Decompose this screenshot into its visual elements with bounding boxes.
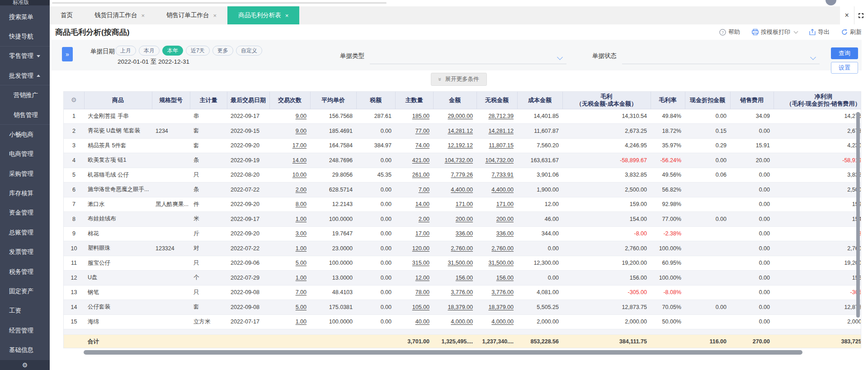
cell-txn_count[interactable]: 10.00 [269, 168, 310, 183]
avatar[interactable] [826, 0, 836, 5]
cell-amount[interactable]: 12,192.12 [433, 138, 476, 153]
cell-qty[interactable]: 120.00 [395, 241, 433, 256]
sidebar-item-9[interactable]: 库存核算 [0, 183, 50, 203]
table-row-11[interactable]: 11服宝公仔只2022-09-065.00100.00000.00315.003… [64, 256, 861, 271]
cell-qty[interactable]: 77.00 [395, 124, 433, 139]
table-row-4[interactable]: 4欧美复古项 链1条2022-09-1914.00248.76960.00421… [64, 153, 861, 168]
cell-untaxed[interactable]: 11,807.15 [476, 138, 517, 153]
cell-untaxed[interactable]: 28,712.39 [476, 109, 517, 124]
date-pill-自定义[interactable]: 自定义 [236, 46, 262, 56]
table-row-8[interactable]: 8布娃娃绒布米2022-09-171.00100.00000.002.00200… [64, 212, 861, 227]
column-settings-gear-icon[interactable]: ⚙ [71, 96, 77, 103]
cell-untaxed[interactable]: 336.00 [476, 226, 517, 241]
table-row-10[interactable]: 10塑料眼珠123324对2022-07-221.0023.00000.0012… [64, 241, 861, 256]
table-row-15[interactable]: 15海绵立方米2022-07-171.00100.00000.0040.004,… [64, 314, 861, 329]
cell-amount[interactable]: 200.00 [433, 212, 476, 227]
cell-qty[interactable]: 12.00 [395, 271, 433, 286]
sidebar-item-3[interactable]: 批发管理 [0, 66, 50, 85]
cell-amount[interactable]: 156.00 [433, 271, 476, 286]
cell-qty[interactable]: 261.00 [395, 168, 433, 183]
cell-untaxed[interactable]: 2,760.00 [476, 241, 517, 256]
cell-txn_count[interactable]: 2.00 [269, 183, 310, 197]
tab-close-icon[interactable]: × [285, 12, 289, 19]
sidebar-item-12[interactable]: 发票管理 [0, 243, 50, 262]
sidebar-item-15[interactable]: 工资 [0, 301, 50, 321]
cell-txn_count[interactable]: 9.00 [269, 124, 310, 139]
cell-amount[interactable]: 171.00 [433, 197, 476, 212]
cell-amount[interactable]: 3,776.00 [433, 285, 476, 300]
table-row-7[interactable]: 7漱口水黑人酷爽果...件2022-09-208.0012.21430.0014… [64, 197, 861, 212]
cell-txn_count[interactable]: 14.00 [269, 153, 310, 168]
cell-untaxed[interactable]: 7,733.91 [476, 168, 517, 183]
cell-qty[interactable]: 14.00 [395, 197, 433, 212]
cell-untaxed[interactable]: 14,281.12 [476, 124, 517, 139]
sidebar-item-1[interactable]: 快捷导航 [0, 27, 50, 46]
cell-amount[interactable]: 18,379.00 [433, 300, 476, 315]
cell-amount[interactable]: 4,000.00 [433, 314, 476, 329]
cell-qty[interactable]: 185.00 [395, 109, 433, 124]
cell-qty[interactable]: 315.00 [395, 256, 433, 271]
cell-txn_count[interactable]: 3.00 [269, 226, 310, 241]
cell-amount[interactable]: 336.00 [433, 226, 476, 241]
cell-txn_count[interactable]: 9.00 [269, 109, 310, 124]
tab-0[interactable]: 首页 [50, 6, 84, 24]
print-template-button[interactable]: 按模板打印 [752, 28, 797, 36]
sidebar-item-6[interactable]: 小畅电商 [0, 125, 50, 144]
table-row-5[interactable]: 5机器猫毛绒 公仔只2022-08-2010.0029.805645.35261… [64, 168, 861, 183]
table-row-12[interactable]: 12U盘个2022-07-291.0013.00000.0012.00156.0… [64, 271, 861, 286]
settings-button[interactable]: 设置 [831, 62, 858, 74]
sidebar-item-17[interactable]: 基础信息 [0, 341, 50, 360]
cell-amount[interactable]: 7,779.26 [433, 168, 476, 183]
help-button[interactable]: ? 帮助 [719, 28, 740, 36]
cell-qty[interactable]: 17.00 [395, 226, 433, 241]
horizontal-scrollbar[interactable] [84, 350, 802, 355]
sidebar-item-16[interactable]: 经营管理 [0, 321, 50, 340]
doc-status-select[interactable] [622, 53, 820, 64]
table-row-2[interactable]: 2青花瓷 U盘钢 笔套装1234套2022-09-159.00185.46910… [64, 124, 861, 139]
cell-txn_count[interactable]: 1.00 [269, 212, 310, 227]
cell-qty[interactable]: 7.00 [395, 183, 433, 197]
table-row-1[interactable]: 1大金刚菩提 手串串2022-09-179.00156.7568287.6118… [64, 109, 861, 124]
tab-close-icon[interactable]: × [142, 12, 145, 19]
cell-untaxed[interactable]: 156.00 [476, 271, 517, 286]
close-icon[interactable]: × [840, 6, 854, 24]
date-range-value[interactable]: 2022-01-01 至 2022-12-31 [118, 58, 189, 66]
cell-qty[interactable]: 40.00 [395, 314, 433, 329]
sidebar-item-10[interactable]: 资金管理 [0, 203, 50, 223]
cell-untaxed[interactable]: 4,400.00 [476, 183, 517, 197]
table-row-13[interactable]: 13钢笔只2022-09-087.0048.41030.0078.003,776… [64, 285, 861, 300]
cell-untaxed[interactable]: 104,732.00 [476, 153, 517, 168]
tab-close-icon[interactable]: × [213, 12, 217, 19]
sidebar-item-7[interactable]: 电商管理 [0, 145, 50, 164]
sidebar-item-5[interactable]: 销售管理 [0, 105, 50, 125]
cell-untaxed[interactable]: 18,379.00 [476, 300, 517, 315]
sidebar-item-11[interactable]: 总账管理 [0, 223, 50, 242]
cell-untaxed[interactable]: 171.00 [476, 197, 517, 212]
date-pill-更多[interactable]: 更多 [212, 46, 233, 56]
cell-txn_count[interactable]: 8.00 [269, 197, 310, 212]
cell-qty[interactable]: 74.00 [395, 138, 433, 153]
sidebar-item-8[interactable]: 采购管理 [0, 164, 50, 183]
date-pill-本月[interactable]: 本月 [139, 46, 160, 56]
vertical-scrollbar[interactable] [856, 112, 860, 318]
expand-more-button[interactable]: » 展开更多条件 [431, 73, 486, 86]
cell-amount[interactable]: 31,500.00 [433, 256, 476, 271]
cell-amount[interactable]: 4,400.00 [433, 183, 476, 197]
cell-txn_count[interactable]: 1.00 [269, 314, 310, 329]
sidebar-item-0[interactable]: 搜索菜单 [0, 7, 50, 27]
table-row-9[interactable]: 9棉花斤2022-09-203.0019.76470.0017.00336.00… [64, 226, 861, 241]
tab-3[interactable]: 商品毛利分析表× [227, 6, 299, 24]
cell-txn_count[interactable]: 7.00 [269, 285, 310, 300]
table-total-row[interactable]: 合计3,701.001,325,495....1,237,340....853,… [64, 335, 861, 349]
cell-qty[interactable]: 105.00 [395, 300, 433, 315]
cell-txn_count[interactable]: 17.00 [269, 138, 310, 153]
sidebar-settings[interactable]: ⚙ [0, 360, 50, 370]
cell-txn_count[interactable]: 5.00 [269, 300, 310, 315]
sidebar-item-13[interactable]: 税务管理 [0, 262, 50, 281]
table-row-3[interactable]: 3精品茶具 5件套套2022-09-2017.00164.7584384.977… [64, 138, 861, 153]
export-button[interactable]: 导出 [809, 28, 830, 36]
cell-txn_count[interactable]: 1.00 [269, 271, 310, 286]
table-row-14[interactable]: 14公仔套装套2022-09-085.00175.03810.00105.001… [64, 300, 861, 315]
cell-amount[interactable]: 2,760.00 [433, 241, 476, 256]
refresh-button[interactable]: 刷新 [841, 28, 862, 36]
